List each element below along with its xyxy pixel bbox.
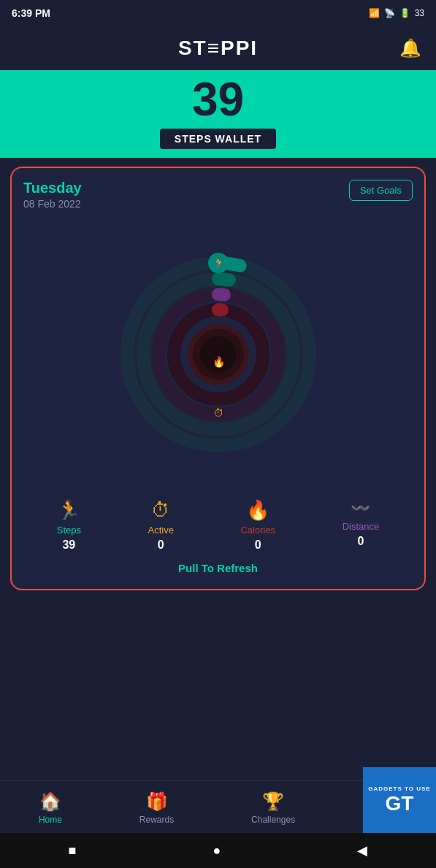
home-icon: 🏠 xyxy=(39,791,61,812)
wallet-steps-count: 39 xyxy=(192,76,244,123)
bell-icon[interactable]: 🔔 xyxy=(399,38,421,58)
status-time: 6:39 PM xyxy=(12,7,50,19)
signal-icon: 📶 xyxy=(369,8,380,18)
steps-icon: 🏃 xyxy=(57,499,80,522)
android-back-btn[interactable]: ◀ xyxy=(357,842,367,859)
status-bar: 6:39 PM 📶 📡 🔋 33 xyxy=(0,0,436,26)
distance-label: Distance xyxy=(343,521,380,532)
app-title: ST≡PPI xyxy=(178,37,258,60)
stats-row: 🏃 Steps 39 ⏱ Active 0 🔥 Calories 0 〰️ Di… xyxy=(23,492,413,556)
challenges-label: Challenges xyxy=(251,815,295,825)
status-icons: 📶 📡 🔋 33 xyxy=(369,8,424,18)
watermark-logo: GT xyxy=(386,792,414,815)
nav-home[interactable]: 🏠 Home xyxy=(39,791,62,825)
main-activity-card: Tuesday 08 Feb 2022 Set Goals xyxy=(10,167,426,590)
stat-active: ⏱ Active 0 xyxy=(148,499,174,552)
distance-icon: 〰️ xyxy=(351,499,370,518)
date-label: 08 Feb 2022 xyxy=(23,198,82,210)
rewards-label: Rewards xyxy=(139,815,174,825)
challenges-icon: 🏆 xyxy=(262,791,284,812)
stat-steps: 🏃 Steps 39 xyxy=(57,499,81,552)
svg-text:🔥: 🔥 xyxy=(212,356,225,368)
wifi-icon: 📡 xyxy=(384,8,395,18)
pull-to-refresh: Pull To Refresh xyxy=(23,556,413,577)
battery-percent: 33 xyxy=(415,8,424,18)
date-info: Tuesday 08 Feb 2022 xyxy=(23,180,82,210)
rewards-icon: 🎁 xyxy=(146,791,168,812)
calories-value: 0 xyxy=(255,538,261,552)
svg-text:🏃: 🏃 xyxy=(212,257,225,270)
stat-distance: 〰️ Distance 0 xyxy=(343,499,380,552)
nav-rewards[interactable]: 🎁 Rewards xyxy=(139,791,174,825)
active-label: Active xyxy=(148,525,174,536)
android-nav-bar: ■ ● ◀ xyxy=(0,833,436,868)
nav-challenges[interactable]: 🏆 Challenges xyxy=(251,791,295,825)
steps-label: Steps xyxy=(57,525,81,536)
calories-label: Calories xyxy=(240,525,275,536)
watermark: GADGETS TO USE GT xyxy=(363,767,436,833)
day-label: Tuesday xyxy=(23,180,82,197)
svg-text:⏱: ⏱ xyxy=(213,407,223,419)
activity-rings: 🏃 🔥 ⏱ xyxy=(23,217,413,492)
battery-indicator: 🔋 xyxy=(399,8,410,18)
wallet-banner: 39 STEPS WALLET xyxy=(0,70,436,158)
home-label: Home xyxy=(39,815,62,825)
steps-value: 39 xyxy=(62,538,75,552)
card-header: Tuesday 08 Feb 2022 Set Goals xyxy=(23,180,413,210)
stat-calories: 🔥 Calories 0 xyxy=(240,499,275,552)
android-square-btn[interactable]: ■ xyxy=(69,843,77,859)
app-header: ST≡PPI 🔔 xyxy=(0,26,436,70)
wallet-label: STEPS WALLET xyxy=(160,129,276,149)
calories-icon: 🔥 xyxy=(246,499,269,522)
android-circle-btn[interactable]: ● xyxy=(213,843,221,859)
watermark-text: GADGETS TO USE xyxy=(368,785,430,792)
active-icon: ⏱ xyxy=(151,499,170,522)
rings-svg: 🏃 🔥 ⏱ xyxy=(116,252,321,457)
set-goals-button[interactable]: Set Goals xyxy=(349,180,413,201)
distance-value: 0 xyxy=(357,535,364,548)
active-value: 0 xyxy=(158,538,164,552)
